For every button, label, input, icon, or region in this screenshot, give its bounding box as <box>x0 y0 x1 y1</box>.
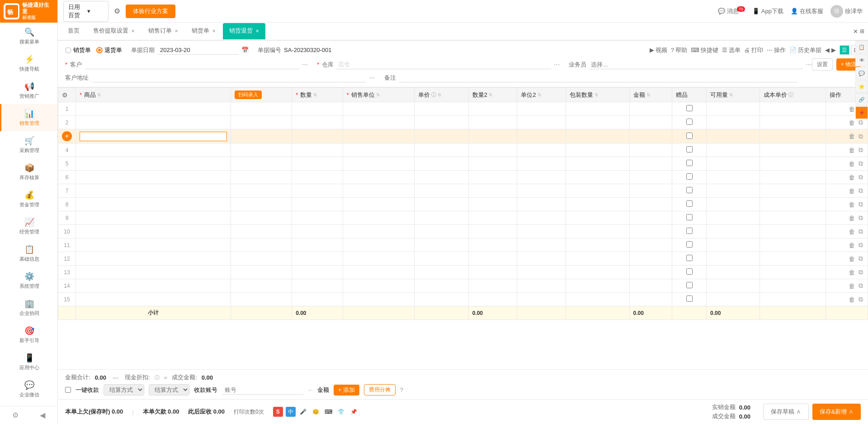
right-panel-icon-5[interactable]: 🔗 <box>855 93 868 106</box>
radio-sales-slip[interactable]: 销货单 <box>65 46 91 54</box>
available-sort-icon[interactable]: ⇅ <box>729 92 733 97</box>
sidebar-item-apps[interactable]: 📱 应用中心 <box>0 348 57 376</box>
sidebar-item-inventory[interactable]: 📦 库存核算 <box>0 158 57 186</box>
right-panel-icon-2[interactable]: 👁 <box>855 54 868 67</box>
copy-row-button[interactable]: ⧉ <box>858 186 864 195</box>
unit-sort-icon[interactable]: ⇅ <box>376 92 380 97</box>
topbar-gear-icon[interactable]: ⚙ <box>114 7 120 15</box>
address-picker-btn[interactable]: ··· <box>369 74 375 82</box>
delete-row-button[interactable]: 🗑 <box>848 105 856 114</box>
delete-row-button[interactable]: 🗑 <box>848 214 856 223</box>
collapse-icon[interactable]: ◀ <box>40 411 45 419</box>
tab-close-all[interactable]: ✕ ⊞ <box>853 28 864 35</box>
gift-checkbox[interactable] <box>686 228 693 234</box>
gift-checkbox[interactable] <box>686 282 693 288</box>
list-view-icon[interactable]: ☰ <box>840 45 849 55</box>
next-icon[interactable]: ▶ <box>831 47 836 53</box>
add-row-button[interactable]: + <box>62 131 72 141</box>
copy-row-button[interactable]: ⧉ <box>858 267 864 277</box>
account-picker-btn[interactable]: ··· <box>308 386 313 393</box>
save-new-button[interactable]: 保存&新增 ∧ <box>812 404 861 420</box>
gift-checkbox[interactable] <box>686 187 693 193</box>
calc-select[interactable]: 结算方式 <box>149 384 189 395</box>
gift-checkbox[interactable] <box>686 105 693 111</box>
user-avatar[interactable]: 徐 徐泽华 <box>830 5 863 18</box>
fee-split-btn[interactable]: 费用分摊 <box>364 384 396 395</box>
salesperson-input[interactable] <box>589 60 803 69</box>
price-sort-icon[interactable]: ⇅ <box>438 92 441 97</box>
tab-price-setting[interactable]: 售价提取设置 ✕ <box>87 23 141 39</box>
settlement-select[interactable]: 结算方式 <box>104 384 144 395</box>
gift-checkbox[interactable] <box>686 160 693 166</box>
copy-row-button[interactable]: ⧉ <box>858 240 864 250</box>
sidebar-item-basic[interactable]: 📋 基础信息 <box>0 240 57 267</box>
gift-checkbox[interactable] <box>686 268 693 275</box>
tab-sales-return[interactable]: 销货退货 ✕ <box>223 23 265 39</box>
right-panel-icon-6[interactable]: 📌 <box>855 106 868 119</box>
delete-row-button[interactable]: 🗑 <box>848 132 856 141</box>
delete-row-button[interactable]: 🗑 <box>848 268 856 277</box>
operation-btn[interactable]: ⋯ 操作 <box>767 46 786 54</box>
sidebar-item-wechat[interactable]: 💬 企业微信 <box>0 376 57 403</box>
tab-price-close[interactable]: ✕ <box>131 29 135 33</box>
add-payment-btn[interactable]: + 添加 <box>334 385 359 395</box>
gift-checkbox[interactable] <box>686 255 693 261</box>
date-input[interactable] <box>157 46 239 55</box>
tab-home[interactable]: 首页 <box>61 23 86 39</box>
print-btn[interactable]: 🖨 打印 <box>744 46 763 54</box>
radio-return[interactable]: 退货单 <box>96 46 122 54</box>
pack-sort-icon[interactable]: ⇅ <box>594 92 598 97</box>
copy-row-button[interactable]: ⧉ <box>858 254 864 263</box>
tab-sales-return-close[interactable]: ✕ <box>255 29 259 33</box>
select-btn[interactable]: ☰ 选单 <box>722 46 741 54</box>
delete-row-button[interactable]: 🗑 <box>848 173 856 182</box>
delete-row-button[interactable]: 🗑 <box>848 254 856 263</box>
video-btn[interactable]: ▶ 视频 <box>650 46 667 54</box>
tab-sales-slip-close[interactable]: ✕ <box>212 29 216 33</box>
cash-discount-info-icon[interactable]: ⓘ <box>155 374 160 381</box>
sidebar-item-member[interactable]: 👑 畅会员 <box>0 403 57 406</box>
delete-row-button[interactable]: 🗑 <box>848 295 856 304</box>
sidebar-item-shortcuts[interactable]: ⚡ 快捷导航 <box>0 50 57 77</box>
qty2-sort-icon[interactable]: ⇅ <box>489 92 492 97</box>
footer-icon-face[interactable]: 😊 <box>311 407 321 417</box>
product-input[interactable] <box>80 132 227 141</box>
footer-icon-pin[interactable]: 📌 <box>349 407 359 417</box>
delete-row-button[interactable]: 🗑 <box>848 241 856 250</box>
sidebar-item-operations[interactable]: 📈 经营管理 <box>0 213 57 240</box>
account-input[interactable] <box>222 386 303 395</box>
copy-row-button[interactable]: ⧉ <box>858 213 864 223</box>
copy-row-button[interactable]: ⧉ <box>858 200 864 209</box>
sidebar-item-marketing[interactable]: 📢 营销推广 <box>0 77 57 104</box>
setting-button[interactable]: 设置 <box>812 58 833 71</box>
cost-info-icon[interactable]: ⓘ <box>788 91 793 98</box>
price-info-icon[interactable]: ⓘ <box>431 91 436 98</box>
right-panel-icon-3[interactable]: 💬 <box>855 67 868 80</box>
copy-row-button[interactable]: ⧉ <box>858 132 864 141</box>
amount-sort-icon[interactable]: ⇅ <box>646 92 650 97</box>
delete-row-button[interactable]: 🗑 <box>848 200 856 209</box>
gift-checkbox[interactable] <box>686 295 693 302</box>
gift-checkbox[interactable] <box>686 173 693 180</box>
delete-row-button[interactable]: 🗑 <box>848 146 856 155</box>
sidebar-item-search[interactable]: 🔍 搜索菜单 <box>0 23 57 50</box>
calendar-icon[interactable]: 📅 <box>241 47 249 53</box>
gift-checkbox[interactable] <box>686 133 693 139</box>
shortcut-btn[interactable]: ⌨ 快捷键 <box>691 46 718 54</box>
footer-icon-shirt[interactable]: 👕 <box>336 407 346 417</box>
delete-row-button[interactable]: 🗑 <box>848 186 856 195</box>
sidebar-item-sales[interactable]: 📊 销售管理 <box>0 104 57 131</box>
right-panel-icon-4[interactable]: ⭐ <box>855 80 868 93</box>
table-gear-icon[interactable]: ⚙ <box>62 91 68 99</box>
warehouse-picker-btn[interactable]: ··· <box>554 61 560 69</box>
gift-checkbox[interactable] <box>686 119 693 125</box>
one-click-checkbox[interactable] <box>65 387 71 393</box>
online-service-btn[interactable]: 👤 在线客服 <box>791 7 823 15</box>
delete-row-button[interactable]: 🗑 <box>848 227 856 236</box>
sidebar-item-purchase[interactable]: 🛒 采购管理 <box>0 131 57 158</box>
prev-icon[interactable]: ◀ <box>825 47 830 53</box>
app-download-btn[interactable]: 📱 App下载 <box>752 7 783 15</box>
tab-sales-order[interactable]: 销售订单 ✕ <box>142 23 184 39</box>
sidebar-item-finance[interactable]: 💰 资金管理 <box>0 186 57 213</box>
remark-input[interactable] <box>399 73 797 82</box>
